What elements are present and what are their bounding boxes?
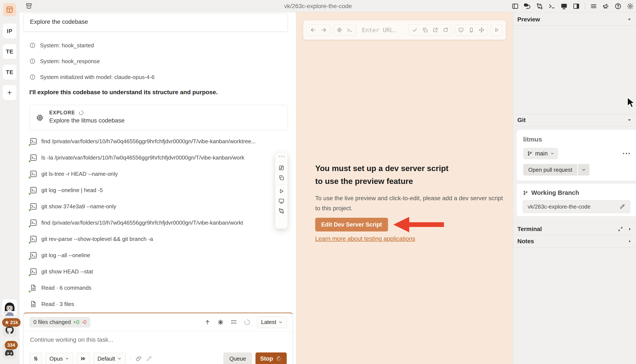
git-compare-icon[interactable] xyxy=(536,2,543,10)
model-dropdown[interactable]: Opus xyxy=(46,353,73,364)
edit-pencil-icon[interactable] xyxy=(619,204,625,210)
profile-dropdown[interactable]: Default xyxy=(93,353,126,364)
archive-icon[interactable] xyxy=(25,2,32,10)
check-icon[interactable] xyxy=(412,27,418,33)
command-text: ls -la /private/var/folders/10/h7w0q4655… xyxy=(41,154,244,161)
desktop-icon[interactable] xyxy=(458,27,464,33)
composer-input[interactable]: Continue working on this task... xyxy=(24,331,293,343)
success-dot xyxy=(28,176,31,179)
edit-dev-server-script-button[interactable]: Edit Dev Server Script xyxy=(315,218,388,232)
locate-icon[interactable] xyxy=(336,27,342,33)
github-stars-badge: ★ 21k xyxy=(2,318,20,327)
read-row[interactable]: Read · 3 files xyxy=(20,296,289,312)
refresh-icon[interactable] xyxy=(443,27,449,33)
expand-icon[interactable] xyxy=(618,226,623,232)
url-input[interactable]: Enter URL. xyxy=(359,27,406,34)
loading-spinner-icon xyxy=(244,319,250,326)
tool-description: Explore the litmus codebase xyxy=(49,117,125,124)
command-row[interactable]: git show HEAD --stat xyxy=(20,263,289,280)
menu-icon[interactable] xyxy=(590,2,597,10)
play-icon[interactable] xyxy=(278,188,284,194)
files-changed-chip[interactable]: 0 files changed +0 -0 xyxy=(30,317,90,328)
sparkle-icon[interactable] xyxy=(217,319,224,326)
terminal-icon[interactable] xyxy=(548,2,556,10)
sliders-icon xyxy=(32,356,39,362)
command-row[interactable]: find /private/var/folders/10/h7w0q46556g… xyxy=(20,214,289,231)
composer-card: 0 files changed +0 -0 Latest Continue wo… xyxy=(23,312,293,364)
stop-button[interactable]: Stop xyxy=(256,352,287,364)
back-icon[interactable] xyxy=(310,27,316,33)
settings-icon[interactable] xyxy=(626,2,634,10)
command-row[interactable]: git log --all --oneline xyxy=(20,247,289,263)
command-row[interactable]: git show 374e3a9 --name-only xyxy=(20,198,289,214)
screenshot-icon[interactable] xyxy=(278,165,284,171)
workspace-tab-1[interactable]: IP xyxy=(3,24,16,38)
open-pr-dropdown[interactable] xyxy=(578,164,590,176)
command-row[interactable]: git log --oneline | head -5 xyxy=(20,182,289,198)
panel-right-icon[interactable] xyxy=(572,2,580,10)
terminal-header-label: Terminal xyxy=(517,226,542,232)
fast-forward-button[interactable] xyxy=(77,353,90,364)
command-text: find /private/var/folders/10/h7w0q46556g… xyxy=(41,220,243,226)
play-icon[interactable] xyxy=(494,27,500,33)
system-message: System initialized with model: claude-op… xyxy=(40,74,154,80)
task-title-card[interactable]: Explore the codebase xyxy=(23,13,288,32)
chat-bubbles-icon[interactable] xyxy=(524,2,531,10)
checklist-icon[interactable] xyxy=(230,319,237,326)
notes-header-label: Notes xyxy=(517,238,534,245)
pen-icon[interactable] xyxy=(146,355,152,362)
command-row[interactable]: ls -la /private/var/folders/10/h7w0q4655… xyxy=(20,150,289,166)
command-row[interactable]: find /private/var/folders/10/h7w0q46556g… xyxy=(20,133,289,150)
git-section-header[interactable]: Git xyxy=(513,114,636,126)
discord-count-badge: 334 xyxy=(5,341,18,350)
success-dot xyxy=(28,258,31,260)
scroll-up-icon[interactable] xyxy=(204,319,211,326)
workspace-tab-3[interactable]: TE xyxy=(3,65,16,80)
copy-icon[interactable] xyxy=(422,27,428,33)
preview-section-header[interactable]: Preview xyxy=(513,13,636,26)
browser-toolbar: Enter URL. xyxy=(303,20,506,40)
latest-dropdown[interactable]: Latest xyxy=(257,316,287,328)
copy-icon[interactable] xyxy=(278,174,284,181)
mobile-icon[interactable] xyxy=(468,27,474,33)
megaphone-icon[interactable] xyxy=(602,2,610,10)
more-options-icon[interactable] xyxy=(623,153,630,154)
settings-sliders-button[interactable] xyxy=(30,353,42,364)
user-avatar[interactable] xyxy=(2,299,17,316)
red-arrow-annotation xyxy=(392,216,446,233)
command-row[interactable]: git rev-parse --show-toplevel && git bra… xyxy=(20,231,289,247)
device-group xyxy=(455,24,488,36)
open-pull-request-button[interactable]: Open pull request xyxy=(523,164,577,176)
explore-tool-card[interactable]: EXPLORE Explore the litmus codebase xyxy=(29,105,288,130)
move-icon[interactable] xyxy=(478,27,484,33)
controls-divider xyxy=(130,355,131,362)
queue-button[interactable]: Queue xyxy=(223,352,252,364)
cta-label: Edit Dev Server Script xyxy=(321,222,382,228)
git-compare-icon[interactable] xyxy=(278,208,284,214)
external-link-icon[interactable] xyxy=(432,27,438,33)
branch-dropdown[interactable]: main xyxy=(523,148,558,159)
forward-icon[interactable] xyxy=(320,27,327,33)
command-row[interactable]: git ls-tree -r HEAD --name-only xyxy=(20,166,289,182)
help-icon[interactable] xyxy=(614,2,622,10)
terminal-section-header[interactable]: Terminal xyxy=(513,223,636,235)
workspace-tab-2[interactable]: TE xyxy=(3,44,16,59)
attach-icon[interactable] xyxy=(135,355,142,362)
triangle-down-icon xyxy=(627,17,632,22)
notes-section-header[interactable]: Notes xyxy=(513,235,636,248)
panel-left-icon[interactable] xyxy=(512,2,519,10)
chevron-down-icon xyxy=(550,152,554,156)
kanban-board-icon[interactable] xyxy=(3,3,16,16)
add-workspace-button[interactable]: + xyxy=(3,85,16,100)
working-branch-field[interactable]: vk/263c-explore-the-code xyxy=(523,200,630,213)
monitor-icon[interactable] xyxy=(560,2,568,10)
monitor-icon[interactable] xyxy=(278,198,284,204)
deletions-count: -0 xyxy=(82,319,86,326)
working-branch-value: vk/263c-explore-the-code xyxy=(528,204,590,210)
read-row[interactable]: Read · 6 commands xyxy=(20,280,289,296)
top-bar: vk/263c-explore-the-code xyxy=(0,0,636,12)
learn-more-link[interactable]: Learn more about testing applications xyxy=(315,235,415,242)
drag-handle[interactable] xyxy=(278,156,284,157)
terminal-icon[interactable] xyxy=(347,27,353,33)
success-dot xyxy=(28,225,31,228)
